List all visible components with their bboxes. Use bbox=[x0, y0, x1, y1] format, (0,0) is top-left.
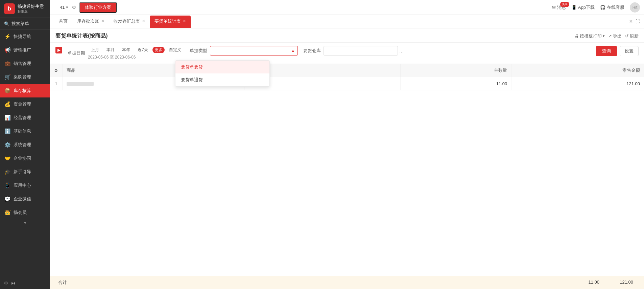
nav-label-10: 新手引导 bbox=[14, 169, 31, 175]
sidebar-item-经营管理[interactable]: 📊 经营管理 bbox=[0, 111, 50, 125]
tab-3[interactable]: 要货单统计表 ✕ bbox=[150, 16, 191, 28]
tab-2[interactable]: 收发存汇总表 ✕ bbox=[109, 16, 150, 28]
type-input[interactable] bbox=[210, 46, 298, 55]
query-button[interactable]: 查询 bbox=[596, 46, 617, 56]
nav-icon-2: 💼 bbox=[4, 60, 11, 67]
refresh-icon: ↺ bbox=[625, 34, 629, 39]
th-amount: 零售金额 bbox=[511, 64, 644, 77]
online-service-btn[interactable]: 🎧 在线客服 bbox=[600, 4, 624, 10]
page-title: 要货单统计表(按商品) bbox=[55, 32, 108, 40]
page-header: 要货单统计表(按商品) 🖨 按模板打印 ▾ ↗ 导出 ↺ 刷新 bbox=[50, 28, 644, 43]
date-this-month[interactable]: 本月 bbox=[103, 46, 118, 54]
date-filter-group: 单据日期 上月 本月 本年 近7天 更多 自定义 2023-05-06 至 20… bbox=[68, 46, 184, 60]
tab-close-all-icon[interactable]: ✕ bbox=[629, 19, 633, 24]
date-this-year[interactable]: 本年 bbox=[119, 46, 133, 54]
type-dropdown-menu: 要货单要货 要货单退货 bbox=[175, 60, 270, 87]
topbar-gear-icon[interactable]: ⚙ bbox=[72, 4, 76, 10]
sidebar-scroll-down[interactable]: ▾ bbox=[0, 219, 50, 226]
nav-label-13: 畅会员 bbox=[14, 209, 27, 216]
sidebar-nav: ⚡ 快捷导航 📢 营销推广 💼 销售管理 🛒 采购管理 📦 库存核算 💰 资金管… bbox=[0, 30, 50, 219]
sidebar-bottom[interactable]: ⚙ ⏮ bbox=[0, 277, 50, 289]
dropdown-item-0[interactable]: 要货单要货 bbox=[175, 61, 269, 73]
user-avatar[interactable]: Rit bbox=[630, 2, 640, 13]
tab-close-1[interactable]: ✕ bbox=[101, 19, 104, 23]
dropdown-item-1[interactable]: 要货单退货 bbox=[175, 73, 269, 86]
sidebar-item-营销推广[interactable]: 📢 营销推广 bbox=[0, 43, 50, 57]
nav-label-1: 营销推广 bbox=[14, 47, 31, 53]
nav-label-7: 基础信息 bbox=[14, 128, 31, 134]
tab-close-3[interactable]: ✕ bbox=[183, 19, 186, 23]
nav-icon-8: ⚙️ bbox=[4, 141, 11, 148]
app-download-btn[interactable]: 📱 App下载 bbox=[571, 4, 595, 10]
sidebar-item-新手引导[interactable]: 🎓 新手引导 bbox=[0, 165, 50, 179]
tab-0[interactable]: 首页 bbox=[54, 16, 72, 28]
sidebar-item-资金管理[interactable]: 💰 资金管理 bbox=[0, 97, 50, 111]
message-btn[interactable]: ✉ 消息 99+ bbox=[552, 4, 566, 10]
refresh-label: 刷新 bbox=[630, 33, 639, 39]
date-options: 上月 本月 本年 近7天 更多 自定义 bbox=[88, 46, 184, 54]
sidebar-item-企业微信[interactable]: 💬 企业微信 bbox=[0, 192, 50, 206]
headset-icon: 🎧 bbox=[600, 5, 605, 10]
export-icon: ↗ bbox=[608, 34, 612, 39]
nav-icon-12: 💬 bbox=[4, 196, 11, 202]
store-dropdown-icon[interactable]: ▾ bbox=[66, 5, 68, 10]
store-number: 41 bbox=[60, 5, 65, 10]
warehouse-filter-label: 要货仓库 bbox=[303, 48, 321, 54]
nav-icon-11: 📱 bbox=[4, 182, 11, 189]
data-table: ⚙ 商品 主计量单位 主数量 零售金额 1 块 11.00 121.00 bbox=[50, 64, 644, 90]
message-badge: 99+ bbox=[560, 2, 569, 7]
sidebar-item-采购管理[interactable]: 🛒 采购管理 bbox=[0, 70, 50, 84]
nav-icon-9: 🤝 bbox=[4, 155, 11, 162]
tab-label-3: 要货单统计表 bbox=[154, 18, 181, 24]
filter-expand-btn[interactable]: ▶ bbox=[55, 47, 62, 53]
nav-icon-1: 📢 bbox=[4, 47, 11, 53]
date-custom[interactable]: 自定义 bbox=[166, 46, 184, 54]
warehouse-filter-group: 要货仓库 … bbox=[303, 46, 404, 55]
cell-num-0: 1 bbox=[50, 77, 63, 90]
print-action[interactable]: 🖨 按模板打印 ▾ bbox=[574, 33, 605, 39]
nav-label-6: 经营管理 bbox=[14, 115, 31, 121]
export-action[interactable]: ↗ 导出 bbox=[608, 33, 622, 39]
tabbar: 首页库存批次账 ✕收发存汇总表 ✕要货单统计表 ✕ ✕ ⛶ bbox=[50, 15, 644, 28]
app-download-label: App下载 bbox=[578, 4, 595, 10]
type-dropdown-arrow[interactable]: ▲ bbox=[291, 48, 295, 53]
footer-label: 合计 bbox=[54, 280, 95, 286]
sidebar-item-系统管理[interactable]: ⚙️ 系统管理 bbox=[0, 138, 50, 152]
page-container: 要货单统计表(按商品) 🖨 按模板打印 ▾ ↗ 导出 ↺ 刷新 bbox=[50, 28, 644, 289]
refresh-action[interactable]: ↺ 刷新 bbox=[625, 33, 639, 39]
warehouse-more-icon[interactable]: … bbox=[399, 48, 404, 53]
tab-expand-icon[interactable]: ⛶ bbox=[636, 19, 640, 24]
sidebar-item-畅会员[interactable]: 👑 畅会员 bbox=[0, 206, 50, 219]
sidebar-item-应用中心[interactable]: 📱 应用中心 bbox=[0, 179, 50, 192]
tab-close-2[interactable]: ✕ bbox=[142, 19, 145, 23]
sidebar-item-基础信息[interactable]: ℹ️ 基础信息 bbox=[0, 125, 50, 138]
search-menu[interactable]: 🔍 搜索菜单 bbox=[0, 18, 50, 30]
tab-list: 首页库存批次账 ✕收发存汇总表 ✕要货单统计表 ✕ bbox=[54, 16, 191, 28]
date-last-month[interactable]: 上月 bbox=[88, 46, 102, 54]
app-edition: 标准版 bbox=[18, 9, 44, 14]
content-area: 要货单统计表(按商品) 🖨 按模板打印 ▾ ↗ 导出 ↺ 刷新 bbox=[50, 28, 644, 289]
warehouse-input[interactable] bbox=[324, 46, 398, 55]
print-icon: 🖨 bbox=[574, 34, 579, 39]
tab-label-1: 库存批次账 bbox=[77, 18, 99, 24]
nav-icon-13: 👑 bbox=[4, 209, 11, 216]
sidebar-item-快捷导航[interactable]: ⚡ 快捷导航 bbox=[0, 30, 50, 43]
date-more[interactable]: 更多 bbox=[152, 47, 165, 53]
trial-button[interactable]: 体验行业方案 bbox=[79, 2, 117, 13]
footer-quantity: 11.00 bbox=[572, 280, 606, 286]
date-last-7-days[interactable]: 近7天 bbox=[135, 46, 151, 54]
nav-label-12: 企业微信 bbox=[14, 196, 31, 202]
sidebar-item-销售管理[interactable]: 💼 销售管理 bbox=[0, 57, 50, 70]
cell-amount-0: 121.00 bbox=[511, 77, 644, 90]
th-gear: ⚙ bbox=[50, 64, 63, 77]
sidebar-item-库存核算[interactable]: 📦 库存核算 bbox=[0, 84, 50, 97]
nav-label-5: 资金管理 bbox=[14, 101, 31, 107]
phone-icon: 📱 bbox=[571, 5, 577, 10]
setting-button[interactable]: 设置 bbox=[620, 46, 639, 56]
table-wrap: ⚙ 商品 主计量单位 主数量 零售金额 1 块 11.00 121.00 bbox=[50, 64, 644, 276]
nav-icon-0: ⚡ bbox=[4, 33, 11, 40]
tab-label-2: 收发存汇总表 bbox=[114, 18, 140, 24]
tab-1[interactable]: 库存批次账 ✕ bbox=[72, 16, 109, 28]
nav-label-2: 销售管理 bbox=[14, 61, 31, 67]
sidebar-item-企业协同[interactable]: 🤝 企业协同 bbox=[0, 152, 50, 165]
